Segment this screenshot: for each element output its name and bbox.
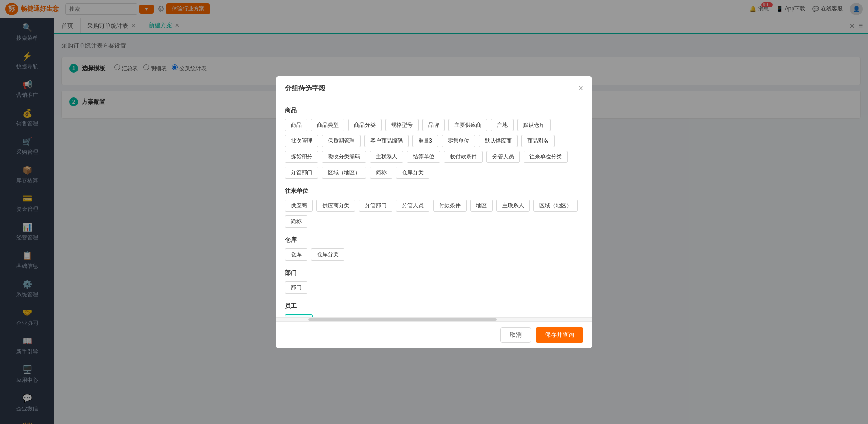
field-tag[interactable]: 部门 [285,281,307,294]
field-tag[interactable]: 品牌 [422,119,445,131]
field-tag[interactable]: 主联系人 [496,200,530,212]
field-tag[interactable]: 地区 [470,200,493,212]
warehouse-field-grid: 仓库 仓库分类 [285,248,583,261]
field-tag[interactable]: 商品别名 [521,135,555,147]
section-partner: 往来单位 供应商 供应商分类 分管部门 分管人员 付款条件 地区 主联系人 区域… [285,187,583,228]
field-tag[interactable]: 重量3 [412,135,438,147]
partner-field-grid: 供应商 供应商分类 分管部门 分管人员 付款条件 地区 主联系人 区域（地区） … [285,200,583,228]
field-tag[interactable]: 主联系人 [370,151,403,163]
modal-header: 分组待选字段 × [276,76,592,99]
section-employee-title: 员工 [285,302,583,310]
field-tag[interactable]: 往来单位分类 [524,151,568,163]
field-tag[interactable]: 商品 [285,119,307,131]
field-tag[interactable]: 分管人员 [486,151,520,163]
field-tag[interactable]: 税收分类编码 [322,151,366,163]
field-tag[interactable]: 拣货积分 [285,151,318,163]
field-tag[interactable]: 仓库分类 [311,248,344,261]
field-tag[interactable]: 供应商 [285,200,313,212]
section-partner-title: 往来单位 [285,187,583,195]
field-tag[interactable]: 仓库分类 [396,167,429,179]
field-tag[interactable]: 区域（地区） [533,200,578,212]
section-goods: 商品 商品 商品类型 商品分类 规格型号 品牌 主要供应商 产地 默认仓库 批次… [285,106,583,179]
field-tag[interactable]: 批次管理 [285,135,318,147]
hscroll-thumb [308,318,497,321]
field-tag[interactable]: 产地 [491,119,514,131]
modal-horizontal-scrollbar[interactable] [276,317,592,321]
field-tag[interactable]: 保质期管理 [322,135,361,147]
field-tag[interactable]: 付款条件 [433,200,467,212]
section-employee: 员工 业务员 [285,302,583,317]
section-warehouse: 仓库 仓库 仓库分类 [285,236,583,261]
field-tag[interactable]: 分管部门 [285,167,318,179]
field-tag[interactable]: 简称 [285,215,307,228]
field-tag[interactable]: 仓库 [285,248,307,261]
section-department-title: 部门 [285,269,583,277]
save-button[interactable]: 保存并查询 [536,327,583,343]
field-tag[interactable]: 供应商分类 [316,200,355,212]
field-tag[interactable]: 默认仓库 [517,119,551,131]
goods-field-grid: 商品 商品类型 商品分类 规格型号 品牌 主要供应商 产地 默认仓库 批次管理 … [285,119,583,179]
field-tag[interactable]: 结算单位 [407,151,440,163]
section-department: 部门 部门 [285,269,583,294]
field-tag[interactable]: 收付款条件 [444,151,483,163]
cancel-button[interactable]: 取消 [500,327,531,343]
modal-body: 商品 商品 商品类型 商品分类 规格型号 品牌 主要供应商 产地 默认仓库 批次… [276,99,592,317]
field-tag[interactable]: 客户商品编码 [364,135,409,147]
modal-close-button[interactable]: × [578,84,583,93]
department-field-grid: 部门 [285,281,583,294]
field-tag[interactable]: 主要供应商 [448,119,487,131]
field-tag[interactable]: 商品分类 [348,119,382,131]
field-tag[interactable]: 默认供应商 [479,135,518,147]
field-tag[interactable]: 规格型号 [385,119,419,131]
field-tag[interactable]: 分管部门 [359,200,392,212]
field-tag[interactable]: 零售单位 [442,135,475,147]
modal-title: 分组待选字段 [285,84,326,93]
modal-overlay: 分组待选字段 × 商品 商品 商品类型 商品分类 规格型号 品牌 主要供应商 产… [0,0,868,424]
modal-footer: 取消 保存并查询 [276,321,592,348]
field-tag[interactable]: 分管人员 [396,200,429,212]
field-tag[interactable]: 商品类型 [311,119,344,131]
section-warehouse-title: 仓库 [285,236,583,244]
field-select-modal: 分组待选字段 × 商品 商品 商品类型 商品分类 规格型号 品牌 主要供应商 产… [276,76,592,348]
field-tag[interactable]: 区域（地区） [322,167,366,179]
section-goods-title: 商品 [285,106,583,114]
field-tag[interactable]: 简称 [370,167,392,179]
